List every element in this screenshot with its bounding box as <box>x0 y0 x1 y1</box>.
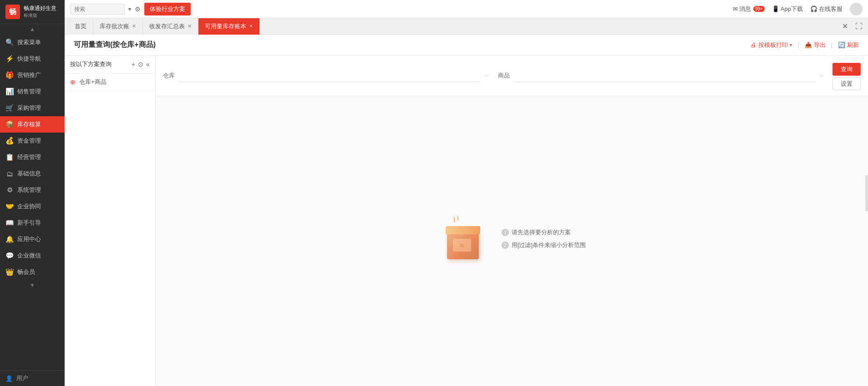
query-area: 仓库 ··· 商品 ··· 查询 设置 <box>156 56 868 386</box>
content-area: 按以下方案查询 + ⊙ « ⊕ 仓库+商品 仓库 ··· <box>65 56 868 386</box>
topbar-gear-icon[interactable]: ⚙ <box>135 5 141 13</box>
sidebar-scroll-up[interactable]: ▲ <box>0 24 65 34</box>
print-template-button[interactable]: 🖨 按模板打印 ▾ <box>751 41 792 49</box>
page-header: 可用量查询(按仓库+商品) 🖨 按模板打印 ▾ | 📤 导出 | 🔄 刷新 <box>65 35 868 56</box>
sidebar-item-enterprise-wechat-label: 企业微信 <box>17 252 41 260</box>
topbar: ▾ ⚙ 体验行业方案 ✉ 消息 99+ 📱 App下载 🎧 在线客服 <box>65 0 868 18</box>
tab-home[interactable]: 首页 <box>68 18 93 35</box>
print-dropdown-icon[interactable]: ▾ <box>790 42 792 47</box>
sidebar-item-app-center[interactable]: 🔔 应用中心 <box>0 231 65 247</box>
sidebar-item-enterprise[interactable]: 🤝 企业协同 <box>0 198 65 215</box>
tab-stock-summary[interactable]: 收发存汇总表 ✕ <box>143 18 198 35</box>
message-label: 消息 <box>739 5 751 13</box>
hint-num-2: 2 <box>502 242 509 249</box>
tab-available-stock-close[interactable]: ✕ <box>249 23 253 29</box>
sidebar-item-search[interactable]: 🔍 搜索菜单 <box>0 34 65 51</box>
sidebar-item-basic-info[interactable]: 🗂 基础信息 <box>0 165 65 182</box>
app-download-button[interactable]: 📱 App下载 <box>772 5 803 13</box>
sidebar-item-enterprise-wechat[interactable]: 💬 企业微信 <box>0 247 65 264</box>
sidebar-item-inventory[interactable]: 📦 库存核算 <box>0 116 65 133</box>
refresh-icon: 🔄 <box>838 41 845 48</box>
goods-more-btn[interactable]: ··· <box>819 72 823 79</box>
sidebar-item-basic-info-label: 基础信息 <box>17 170 41 178</box>
industry-solution-button[interactable]: 体验行业方案 <box>144 3 191 15</box>
warehouse-input[interactable] <box>178 69 480 82</box>
user-avatar[interactable] <box>850 3 863 15</box>
sidebar-item-operations[interactable]: 📋 经营管理 <box>0 149 65 165</box>
app-logo-text: 畅康通好生意 标准版 <box>24 5 56 19</box>
message-icon: ✉ <box>733 5 738 12</box>
goods-input[interactable] <box>513 69 815 82</box>
sidebar-item-app-center-label: 应用中心 <box>17 235 41 243</box>
tab-stock-summary-close[interactable]: ✕ <box>188 23 192 29</box>
sidebar-user-info[interactable]: 👤 用户 <box>0 370 65 386</box>
marketing-icon: 🎁 <box>5 71 14 79</box>
filter-settings-icon[interactable]: ⊙ <box>138 61 143 68</box>
sidebar-item-system[interactable]: ⚙ 系统管理 <box>0 182 65 198</box>
sidebar-item-finance-label: 资金管理 <box>17 137 41 145</box>
sidebar-item-members[interactable]: 👑 畅会员 <box>0 264 65 280</box>
query-button[interactable]: 查询 <box>832 63 861 76</box>
print-icon: 🖨 <box>751 41 756 48</box>
online-service-label: 在线客服 <box>819 5 843 13</box>
sidebar-scroll-down[interactable]: ▼ <box>0 280 65 290</box>
sidebar-item-enterprise-label: 企业协同 <box>17 202 41 211</box>
app-center-icon: 🔔 <box>5 235 14 243</box>
action-divider-2: | <box>831 41 832 48</box>
tab-home-label: 首页 <box>75 22 86 31</box>
empty-state-text: 1 请先选择要分析的方案 2 用[过滤]条件来缩小分析范围 <box>502 228 586 254</box>
tabs-bar-right: ✕ ⛶ <box>840 20 868 32</box>
sidebar-item-search-label: 搜索菜单 <box>17 38 41 46</box>
tab-batch-account[interactable]: 库存批次账 ✕ <box>93 18 143 35</box>
tab-batch-account-close[interactable]: ✕ <box>132 23 136 29</box>
warehouse-more-btn[interactable]: ··· <box>484 72 488 79</box>
sidebar-logo: 畅 畅康通好生意 标准版 <box>0 0 65 24</box>
topbar-search-input[interactable] <box>70 4 125 15</box>
refresh-label: 刷新 <box>847 41 859 49</box>
topbar-dropdown-icon[interactable]: ▾ <box>128 6 131 12</box>
message-button[interactable]: ✉ 消息 99+ <box>733 5 765 13</box>
filter-item-warehouse-goods[interactable]: ⊕ 仓库+商品 <box>65 73 155 91</box>
hint-num-1: 1 <box>502 229 509 236</box>
empty-state: ≈ 1 请先选择要分析的方案 2 用[过滤]条件来缩小分析范围 <box>156 96 868 386</box>
refresh-button[interactable]: 🔄 刷新 <box>838 41 859 49</box>
sidebar-item-marketing[interactable]: 🎁 营销推广 <box>0 67 65 83</box>
query-buttons: 查询 设置 <box>832 61 861 90</box>
online-service-button[interactable]: 🎧 在线客服 <box>810 5 843 13</box>
sales-icon: 📊 <box>5 87 14 96</box>
sidebar-item-newbie[interactable]: 📖 新手引导 <box>0 215 65 231</box>
sidebar-item-sales-label: 销售管理 <box>17 87 41 96</box>
filter-add-icon[interactable]: + <box>132 61 135 68</box>
tabs-bar: 首页 库存批次账 ✕ 收发存汇总表 ✕ 可用量库存账本 ✕ ✕ ⛶ <box>65 18 868 35</box>
message-count-badge: 99+ <box>753 6 765 12</box>
tab-close-button[interactable]: ✕ <box>840 20 850 32</box>
tab-available-stock[interactable]: 可用量库存账本 ✕ <box>198 18 260 35</box>
tab-expand-button[interactable]: ⛶ <box>853 21 864 32</box>
sidebar-item-quick-nav[interactable]: ⚡ 快捷导航 <box>0 51 65 67</box>
sidebar: 畅 畅康通好生意 标准版 ▲ 🔍 搜索菜单 ⚡ 快捷导航 🎁 营销推广 📊 销售… <box>0 0 65 386</box>
sidebar-item-finance[interactable]: 💰 资金管理 <box>0 133 65 149</box>
filter-item-warehouse-goods-label: 仓库+商品 <box>79 78 107 86</box>
sidebar-item-inventory-label: 库存核算 <box>17 120 41 129</box>
quick-nav-icon: ⚡ <box>5 55 14 63</box>
filter-collapse-icon[interactable]: « <box>146 61 150 68</box>
enterprise-wechat-icon: 💬 <box>5 252 14 260</box>
sidebar-item-members-label: 畅会员 <box>17 268 35 276</box>
settings-button[interactable]: 设置 <box>832 77 861 90</box>
sidebar-item-quick-nav-label: 快捷导航 <box>17 55 41 63</box>
sidebar-item-purchase[interactable]: 🛒 采购管理 <box>0 100 65 116</box>
page-title: 可用量查询(按仓库+商品) <box>74 40 156 50</box>
sidebar-item-sales[interactable]: 📊 销售管理 <box>0 83 65 100</box>
app-download-label: App下载 <box>781 5 803 13</box>
purchase-icon: 🛒 <box>5 104 14 112</box>
right-scroll-indicator[interactable] <box>865 175 868 211</box>
filter-panel-title: 按以下方案查询 <box>70 60 112 68</box>
export-button[interactable]: 📤 导出 <box>805 41 826 49</box>
tab-stock-summary-label: 收发存汇总表 <box>149 22 185 31</box>
page-actions: 🖨 按模板打印 ▾ | 📤 导出 | 🔄 刷新 <box>751 41 859 49</box>
app-download-icon: 📱 <box>772 5 779 12</box>
newbie-icon: 📖 <box>5 219 14 227</box>
topbar-right: ✉ 消息 99+ 📱 App下载 🎧 在线客服 <box>733 3 863 15</box>
warehouse-field: 仓库 ··· <box>163 69 489 82</box>
sidebar-item-marketing-label: 营销推广 <box>17 71 41 79</box>
